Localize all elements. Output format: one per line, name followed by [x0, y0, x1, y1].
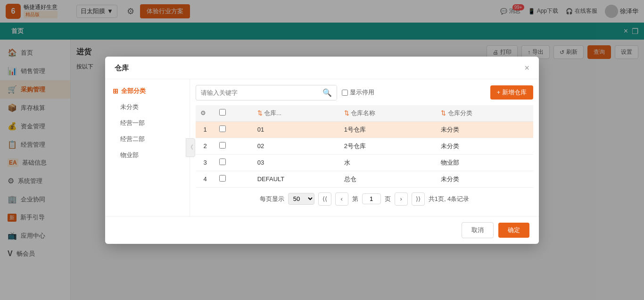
row-checkbox[interactable] — [215, 138, 253, 154]
pagination-row: 每页显示 50 100 ⟨⟨ ‹ 第 页 › ⟩⟩ 共1页, 4条记录 — [196, 188, 533, 210]
show-disabled-label[interactable]: 显示停用 — [342, 88, 374, 97]
row-num: 3 — [196, 154, 215, 171]
settings-col-icon: ⚙ — [200, 109, 206, 117]
table-row[interactable]: 3 03 水 物业部 — [196, 154, 533, 171]
confirm-btn[interactable]: 确定 — [498, 223, 529, 238]
page-number-input[interactable] — [362, 193, 381, 204]
modal-overlay: 仓库 × ⊞ 全部分类 未分类 经营一部 经营二部 物业部 《 — [0, 0, 644, 300]
next-page-btn[interactable]: › — [395, 192, 408, 206]
table-container: ⚙ ⇅ 仓库... ⇅ — [196, 105, 533, 188]
per-page-select[interactable]: 50 100 — [288, 193, 314, 205]
col-code[interactable]: ⇅ 仓库... — [253, 105, 339, 122]
collapse-panel-btn[interactable]: 《 — [186, 138, 195, 157]
show-disabled-checkbox[interactable] — [342, 90, 348, 96]
col-category[interactable]: ⇅ 仓库分类 — [436, 105, 533, 122]
sort-name-icon: ⇅ — [344, 109, 349, 117]
row-category: 未分类 — [436, 138, 533, 154]
col-settings: ⚙ — [196, 105, 215, 122]
search-input-wrap: 🔍 — [196, 85, 337, 100]
category-dept1[interactable]: 经营一部 — [105, 115, 190, 131]
table-row[interactable]: 4 DEFAULT 总仓 未分类 — [196, 171, 533, 187]
category-unclassified[interactable]: 未分类 — [105, 99, 190, 115]
page-label: 页 — [385, 195, 391, 203]
cancel-btn[interactable]: 取消 — [462, 222, 494, 238]
row-num: 2 — [196, 138, 215, 154]
search-icon[interactable]: 🔍 — [318, 85, 337, 100]
row-code: 02 — [253, 138, 339, 154]
row-checkbox[interactable] — [215, 154, 253, 171]
modal-body: ⊞ 全部分类 未分类 经营一部 经营二部 物业部 《 🔍 — [105, 79, 539, 216]
category-dept2[interactable]: 经营二部 — [105, 131, 190, 147]
modal-close-btn[interactable]: × — [524, 63, 529, 73]
row-name: 1号仓库 — [339, 121, 437, 138]
table-toolbar: 🔍 显示停用 + 新增仓库 — [196, 85, 533, 100]
row-name: 水 — [339, 154, 437, 171]
sort-icon: ⇅ — [257, 109, 263, 117]
add-warehouse-btn[interactable]: + 新增仓库 — [490, 85, 533, 100]
all-categories-label: 全部分类 — [121, 87, 146, 95]
sort-cat-icon: ⇅ — [441, 109, 446, 117]
col-name[interactable]: ⇅ 仓库名称 — [339, 105, 437, 122]
col-checkbox — [215, 105, 253, 122]
row-name: 2号仓库 — [339, 138, 437, 154]
table-row[interactable]: 1 01 1号仓库 未分类 — [196, 121, 533, 138]
row-code: 03 — [253, 154, 339, 171]
total-label: 共1页, 4条记录 — [429, 195, 470, 203]
first-page-btn[interactable]: ⟨⟨ — [318, 192, 331, 206]
last-page-btn[interactable]: ⟩⟩ — [412, 192, 425, 206]
row-category: 未分类 — [436, 121, 533, 138]
row-checkbox[interactable] — [215, 171, 253, 187]
select-all-checkbox[interactable] — [219, 109, 226, 116]
per-page-select-wrap: 50 100 — [288, 193, 314, 205]
modal-footer: 取消 确定 — [105, 216, 539, 244]
warehouse-table: ⚙ ⇅ 仓库... ⇅ — [196, 105, 533, 188]
modal-title: 仓库 — [115, 64, 129, 73]
table-row[interactable]: 2 02 2号仓库 未分类 — [196, 138, 533, 154]
page-word: 第 — [352, 195, 358, 203]
search-input[interactable] — [196, 86, 318, 99]
row-num: 4 — [196, 171, 215, 187]
table-panel: 🔍 显示停用 + 新增仓库 ⚙ — [190, 79, 539, 216]
row-category: 物业部 — [436, 154, 533, 171]
warehouse-modal: 仓库 × ⊞ 全部分类 未分类 经营一部 经营二部 物业部 《 — [105, 57, 539, 244]
prev-page-btn[interactable]: ‹ — [335, 192, 348, 206]
grid-icon: ⊞ — [113, 87, 118, 95]
table-header-row: ⚙ ⇅ 仓库... ⇅ — [196, 105, 533, 122]
row-code: 01 — [253, 121, 339, 138]
category-panel: ⊞ 全部分类 未分类 经营一部 经营二部 物业部 《 — [105, 79, 190, 216]
all-categories[interactable]: ⊞ 全部分类 — [105, 83, 190, 99]
category-property[interactable]: 物业部 — [105, 147, 190, 163]
row-category: 未分类 — [436, 171, 533, 187]
row-code: DEFAULT — [253, 171, 339, 187]
modal-header: 仓库 × — [105, 57, 539, 79]
row-checkbox[interactable] — [215, 121, 253, 138]
row-num: 1 — [196, 121, 215, 138]
per-page-label: 每页显示 — [260, 195, 284, 203]
row-name: 总仓 — [339, 171, 437, 187]
